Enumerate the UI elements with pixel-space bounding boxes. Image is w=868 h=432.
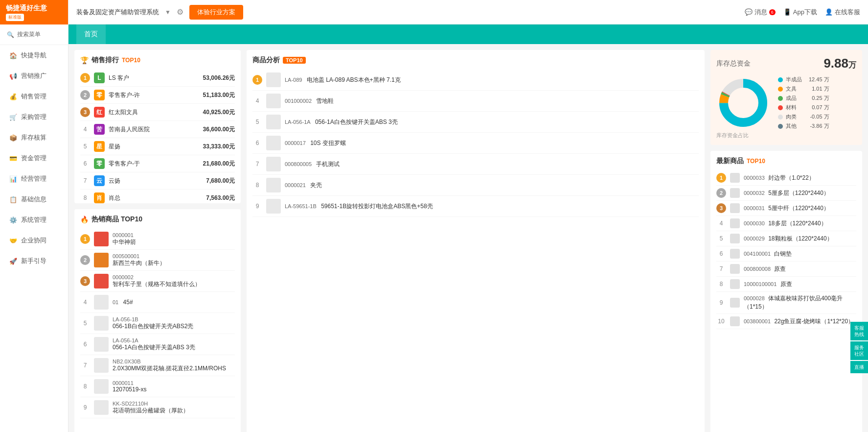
product-info: LA-59651-1B 59651-1B旋转投影灯电池盒ABS黑色+58壳 [285,202,699,211]
product-info: LA-056-1A 056-1A白色按键开关盖ABS 3壳 [285,118,699,126]
customer-name: 苦南县人民医院 [109,125,199,134]
table-row: 6 0000017 10S 变扭罗螺 [252,133,699,154]
product-info: 0000011 12070519-xs [113,380,235,393]
rank-badge-3: 3 [80,107,90,117]
online-service-label: 在线客服 [835,8,860,17]
product-info: LA-089 电池盖 LA-089 ABS本色+黑种 7.1克 [285,76,699,84]
sidebar-item-basic[interactable]: 📋 基础信息 [0,189,68,210]
list-item: 6 004100001 白钢垫 [716,246,856,262]
app-download-button[interactable]: 📱 App下载 [783,8,817,17]
product-image [730,188,740,198]
customer-service-button[interactable]: 客服 热线 [850,322,868,340]
list-item: 9 0000028 体城嘉枚味苏打饮品400毫升（1*15） [716,292,856,314]
legend-item: 材料 0.07 万 [778,104,829,111]
rank-badge-1: 1 [80,73,90,83]
sidebar-logo-text: 畅捷通好生意 [6,4,47,13]
sidebar-item-finance[interactable]: 💳 资金管理 [0,148,68,168]
sales-ranking-card: 🏆 销售排行 TOP10 1 L LS 客户 53,006.26元 2 [74,50,241,203]
sidebar-item-label: 新手引导 [21,257,46,265]
collab-icon: 🤝 [9,237,17,244]
nav-home[interactable]: 首页 [76,24,106,44]
guide-icon: 🚀 [9,258,17,265]
table-row: 4 001000002 雪地鞋 [252,91,699,112]
sidebar-item-inventory[interactable]: 📦 库存核算 [0,127,68,148]
avatar: 红 [94,107,105,118]
rank-badge: 3 [80,276,90,286]
list-item: 3 0000031 5厘中纤（1220*2440） [716,201,856,216]
product-image [94,358,109,373]
fire-icon: 🔥 [80,216,89,223]
sidebar-item-purchase[interactable]: 🛒 采购管理 [0,107,68,127]
legend-value: -0.05 万 [806,113,829,120]
customer-name: 零售客户-于 [109,160,199,168]
sidebar-item-label: 资金管理 [21,154,46,163]
sidebar: 畅捷通好生意 标准版 🔍 搜索菜单 🏠 快捷导航 📢 营销推广 💰 销售管理 🛒… [0,0,69,432]
product-name: 45# [123,299,133,306]
sidebar-item-marketing[interactable]: 📢 营销推广 [0,66,68,86]
sidebar-logo: 畅捷通好生意 标准版 [0,0,68,24]
search-menu-label: 搜索菜单 [17,30,41,39]
list-item: 9 KK-SD22110H 花语萌恒温分蘸罐袋（厚款） [80,397,235,418]
legend-color [778,124,783,129]
main-area: 装备及固定资产辅助管理系统 ▼ ⚙ 体验行业方案 💬 消息 6 📱 App下载 … [69,0,868,432]
product-image [94,400,109,415]
product-name: 056-1A白色按键开关盖ABS 3壳 [113,343,235,352]
table-row: 7 云 云扬 7,680.00元 [80,172,235,190]
inventory-chart-label: 库存资金占比 [716,132,856,139]
message-count-badge: 6 [769,9,776,15]
product-name: 2.0X30MM双搓花轴.搓花直径2.1MM/ROHS [113,364,235,373]
legend-label: 肉类 [786,113,797,120]
product-code: LA-056-1A [113,337,235,343]
rank-badge: 1 [252,75,262,85]
rank-badge: 2 [716,188,726,198]
inventory-card: 库存总资金 9.88万 [710,50,862,145]
list-item: 3 0000002 智利车子里（规格不知道填什么） [80,271,235,292]
dropdown-arrow-icon[interactable]: ▼ [165,9,171,16]
sidebar-logo-badge: 标准版 [6,14,24,21]
product-image [94,337,109,352]
live-stream-button[interactable]: 直播 [850,361,868,373]
legend-label: 材料 [786,104,797,111]
product-code: 0000001 [113,232,235,238]
sales-icon: 💰 [9,93,17,100]
legend-value: 0.25 万 [808,95,829,102]
sidebar-item-collab[interactable]: 🤝 企业协同 [0,230,68,251]
top-nav: 首页 [69,24,868,44]
product-image [730,298,740,308]
table-row: 2 零 零售客户-许 51,183.00元 [80,87,235,104]
basic-icon: 📋 [9,196,17,203]
list-item: 6 LA-056-1A 056-1A白色按键开关盖ABS 3壳 [80,334,235,355]
product-info: 01 45# [113,299,235,306]
sidebar-item-sales[interactable]: 💰 销售管理 [0,86,68,107]
search-icon: 🔍 [7,31,14,38]
sidebar-item-guide[interactable]: 🚀 新手引导 [0,251,68,271]
product-image [266,157,281,171]
service-community-button[interactable]: 服务 社区 [850,341,868,360]
legend-label: 成品 [786,95,797,102]
product-image [94,295,109,310]
sidebar-search-area[interactable]: 🔍 搜索菜单 [0,24,68,45]
online-service-button[interactable]: 👤 在线客服 [825,8,860,17]
sale-amount: 51,183.00元 [203,91,235,99]
avatar: 零 [94,90,105,100]
product-name: 中华神箭 [113,238,235,246]
sales-ranking-title: 🏆 销售排行 TOP10 [80,56,235,65]
sidebar-item-operations[interactable]: 📊 经营管理 [0,168,68,189]
avatar: 云 [94,175,105,186]
product-code: 000500001 [113,253,235,259]
search-menu-button[interactable]: 🔍 搜索菜单 [5,28,63,41]
legend-value: 12.45 万 [805,76,829,83]
right-panel: 库存总资金 9.88万 [710,50,862,432]
trial-button[interactable]: 体验行业方案 [189,5,243,20]
customer-name: 肖总 [109,194,202,202]
message-button[interactable]: 💬 消息 6 [745,8,776,17]
product-image [730,218,740,228]
float-buttons: 客服 热线 服务 社区 直播 [850,322,868,373]
sidebar-item-quicknav[interactable]: 🏠 快捷导航 [0,45,68,66]
list-item: 5 0000029 18颗粒板（1220*2440） [716,231,856,246]
sidebar-item-system[interactable]: ⚙️ 系统管理 [0,210,68,230]
list-item: 4 01 45# [80,292,235,313]
gear-icon[interactable]: ⚙ [177,7,183,17]
table-row: 8 肖 肖总 7,563.00元 [80,190,235,203]
header-right: 💬 消息 6 📱 App下载 👤 在线客服 [745,8,860,17]
